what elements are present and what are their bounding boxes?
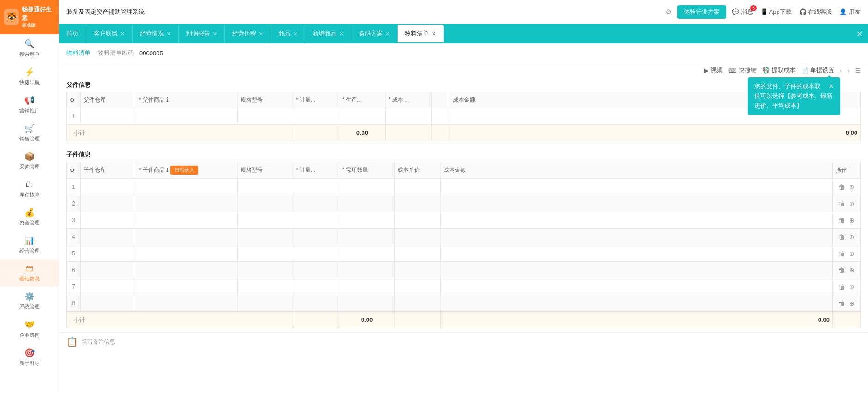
child-row-product[interactable]	[136, 229, 238, 245]
shortcut-btn[interactable]: ⌨ 快捷键	[728, 66, 757, 74]
nav-tab-close-icon[interactable]: ✕	[167, 31, 171, 37]
copy-icon[interactable]: ⊕	[849, 200, 855, 207]
child-row-warehouse[interactable]	[81, 278, 136, 295]
delete-icon[interactable]: 🗑	[838, 283, 845, 290]
child-row-warehouse[interactable]	[81, 195, 136, 212]
nav-tab-条码方案[interactable]: 条码方案✕	[351, 25, 398, 42]
sidebar-item-basic[interactable]: 🗃基础信息	[0, 259, 59, 287]
copy-icon[interactable]: ⊕	[849, 233, 855, 241]
nav-tab-close-icon[interactable]: ✕	[386, 31, 390, 37]
child-row-unit[interactable]	[293, 195, 339, 212]
nav-close-all-btn[interactable]: ✕	[851, 30, 868, 38]
child-row-unit[interactable]	[293, 295, 339, 312]
child-row-warehouse[interactable]	[81, 229, 136, 245]
nav-tab-首页[interactable]: 首页	[59, 25, 86, 42]
nav-tab-客户联络[interactable]: 客户联络✕	[86, 25, 133, 42]
nav-tab-商品[interactable]: 商品✕	[271, 25, 305, 42]
parent-row-cost[interactable]	[386, 108, 432, 125]
child-row-quantity[interactable]	[339, 295, 395, 312]
sidebar-item-enterprise[interactable]: 🤝企业协同	[0, 315, 59, 343]
child-row-unit-price[interactable]	[395, 245, 441, 262]
nav-tab-close-icon[interactable]: ✕	[121, 31, 125, 37]
parent-row-unit[interactable]	[293, 108, 339, 125]
sidebar-item-quick-nav[interactable]: ⚡快捷导航	[0, 62, 59, 91]
copy-icon[interactable]: ⊕	[849, 217, 855, 224]
child-row-spec[interactable]	[238, 245, 293, 262]
child-row-spec[interactable]	[238, 229, 293, 245]
child-row-unit-price[interactable]	[395, 262, 441, 278]
app-download[interactable]: 📱 App下载	[760, 8, 792, 16]
sidebar-item-operation[interactable]: 📊经营管理	[0, 231, 59, 259]
sidebar-item-inventory[interactable]: 🗂库存核算	[0, 175, 59, 203]
child-row-unit-price[interactable]	[395, 212, 441, 229]
child-row-quantity[interactable]	[339, 229, 395, 245]
child-row-product[interactable]	[136, 262, 238, 278]
parent-row-produce[interactable]	[339, 108, 386, 125]
nav-tab-close-icon[interactable]: ✕	[293, 31, 297, 37]
sidebar-item-search[interactable]: 🔍搜索菜单	[0, 34, 59, 62]
nav-tab-经营情况[interactable]: 经营情况✕	[133, 25, 179, 42]
child-row-spec[interactable]	[238, 295, 293, 312]
online-service[interactable]: 🎧 在线客服	[799, 8, 832, 16]
sidebar-item-finance[interactable]: 💰资金管理	[0, 203, 59, 231]
delete-icon[interactable]: 🗑	[838, 183, 845, 191]
child-row-warehouse[interactable]	[81, 295, 136, 312]
user-avatar[interactable]: 👤 用友	[839, 8, 861, 16]
parent-row-spec[interactable]	[238, 108, 293, 125]
child-row-quantity[interactable]	[339, 179, 395, 195]
settings-icon[interactable]: ⚙	[665, 7, 672, 16]
message-badge-container[interactable]: 💬 6 消息	[732, 8, 753, 16]
tooltip-close-icon[interactable]: ✕	[829, 82, 834, 91]
child-row-warehouse[interactable]	[81, 245, 136, 262]
child-row-product[interactable]	[136, 278, 238, 295]
menu-icon[interactable]: ☰	[855, 67, 861, 74]
sidebar-item-purchase[interactable]: 📦采购管理	[0, 147, 59, 175]
nav-tab-close-icon[interactable]: ✕	[432, 31, 436, 37]
copy-icon[interactable]: ⊕	[849, 250, 855, 257]
child-row-unit-price[interactable]	[395, 195, 441, 212]
copy-icon[interactable]: ⊕	[849, 266, 855, 274]
child-row-spec[interactable]	[238, 212, 293, 229]
delete-icon[interactable]: 🗑	[838, 250, 845, 257]
child-row-quantity[interactable]	[339, 212, 395, 229]
child-row-quantity[interactable]	[339, 262, 395, 278]
child-row-amount[interactable]	[441, 295, 833, 312]
child-row-unit[interactable]	[293, 179, 339, 195]
child-row-unit[interactable]	[293, 229, 339, 245]
child-row-product[interactable]	[136, 212, 238, 229]
video-btn[interactable]: ▶ 视频	[704, 66, 723, 74]
child-row-product[interactable]	[136, 295, 238, 312]
copy-icon[interactable]: ⊕	[849, 183, 855, 191]
child-row-quantity[interactable]	[339, 245, 395, 262]
child-row-spec[interactable]	[238, 262, 293, 278]
scan-btn[interactable]: 扫码录入	[170, 166, 198, 175]
child-row-warehouse[interactable]	[81, 262, 136, 278]
nav-prev-icon[interactable]: ‹	[840, 67, 842, 74]
nav-tab-利润报告[interactable]: 利润报告✕	[179, 25, 225, 42]
breadcrumb-item[interactable]: 物料清单	[66, 49, 90, 57]
child-row-product[interactable]	[136, 195, 238, 212]
child-row-amount[interactable]	[441, 278, 833, 295]
child-row-product[interactable]	[136, 245, 238, 262]
child-row-spec[interactable]	[238, 179, 293, 195]
extract-cost-btn[interactable]: 💱 提取成本	[762, 66, 796, 74]
child-row-amount[interactable]	[441, 195, 833, 212]
child-row-unit[interactable]	[293, 212, 339, 229]
delete-icon[interactable]: 🗑	[838, 266, 845, 274]
copy-icon[interactable]: ⊕	[849, 300, 855, 307]
nav-tab-经营历程[interactable]: 经营历程✕	[225, 25, 271, 42]
copy-icon[interactable]: ⊕	[849, 283, 855, 290]
parent-row-product[interactable]	[136, 108, 238, 125]
child-row-unit-price[interactable]	[395, 295, 441, 312]
parent-row-warehouse[interactable]	[81, 108, 136, 125]
child-row-spec[interactable]	[238, 278, 293, 295]
child-row-amount[interactable]	[441, 212, 833, 229]
child-row-spec[interactable]	[238, 195, 293, 212]
child-row-warehouse[interactable]	[81, 212, 136, 229]
child-row-quantity[interactable]	[339, 278, 395, 295]
child-row-amount[interactable]	[441, 262, 833, 278]
delete-icon[interactable]: 🗑	[838, 233, 845, 241]
child-row-unit-price[interactable]	[395, 278, 441, 295]
delete-icon[interactable]: 🗑	[838, 217, 845, 224]
child-row-quantity[interactable]	[339, 195, 395, 212]
